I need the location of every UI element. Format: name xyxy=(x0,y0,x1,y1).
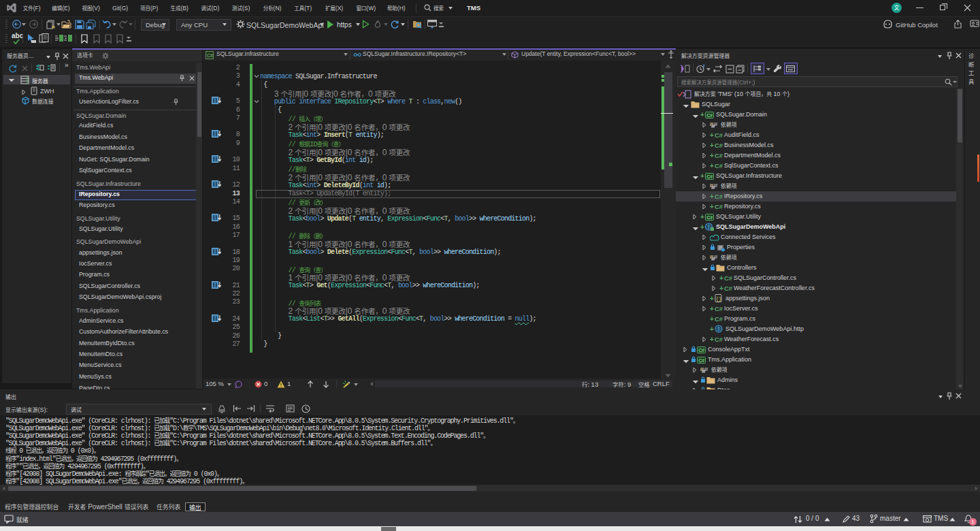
svg-text:C#: C# xyxy=(207,53,213,58)
svg-text:C#: C# xyxy=(698,357,704,362)
svg-text:C#: C# xyxy=(706,112,713,117)
svg-text:C#: C# xyxy=(706,214,713,219)
svg-text:C#: C# xyxy=(698,347,704,352)
svg-text:{}: {} xyxy=(716,296,721,302)
svg-text:C#: C# xyxy=(706,174,713,178)
